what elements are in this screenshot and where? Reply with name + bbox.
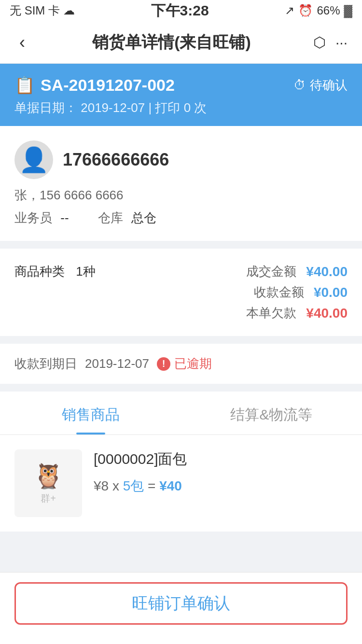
confirm-order-button[interactable]: 旺铺订单确认 [14, 582, 348, 625]
received-row: 收款金额 ¥0.00 [254, 284, 348, 301]
nav-actions: ⬡ ··· [313, 34, 348, 51]
tab-products[interactable]: 销售商品 [0, 392, 181, 434]
clock-icon: ⏱ [293, 78, 306, 93]
battery-icon: ▓ [344, 4, 352, 17]
customer-meta: 业务员 -- 仓库 总仓 [14, 210, 348, 226]
debt-row: 本单欠款 ¥40.00 [246, 305, 348, 322]
stats-section: 商品种类 1种 成交金额 ¥40.00 收款金额 ¥0.00 本单欠款 ¥40.… [0, 249, 362, 336]
order-date-row: 单据日期： 2019-12-07 | 打印 0 次 [14, 99, 348, 116]
customer-phone: 17666666666 [63, 150, 169, 170]
stats-right: 成交金额 ¥40.00 收款金额 ¥0.00 本单欠款 ¥40.00 [246, 263, 348, 322]
nav-bar: ‹ 销货单详情(来自旺铺) ⬡ ··· [0, 21, 362, 64]
bottom-bar: 旺铺订单确认 [0, 572, 362, 644]
status-left: 无 SIM 卡 ☁ [10, 3, 75, 18]
avatar: 👤 [14, 140, 53, 179]
share-button[interactable]: ⬡ [313, 34, 326, 51]
product-thumb-icon: 🦉 [33, 462, 63, 490]
stats-left: 商品种类 1种 [14, 263, 96, 280]
alarm-icon: ⏰ [298, 4, 313, 17]
page-title: 销货单详情(来自旺铺) [92, 31, 251, 54]
customer-main: 👤 17666666666 [14, 140, 348, 179]
order-icon: 📋 [14, 75, 35, 95]
customer-section: 👤 17666666666 张，156 6666 6666 业务员 -- 仓库 … [0, 126, 362, 241]
product-price: ¥8 x 5包 = ¥40 [94, 477, 348, 495]
product-section: 🦉 群+ [0000002]面包 ¥8 x 5包 = ¥40 [0, 435, 362, 532]
product-thumbnail: 🦉 群+ [14, 449, 82, 517]
back-button[interactable]: ‹ [14, 28, 30, 57]
order-id: 📋 SA-20191207-002 [14, 75, 175, 95]
sales-info: 业务员 -- [14, 210, 69, 226]
status-time: 下午3:28 [151, 1, 209, 21]
location-icon: ↗ [285, 4, 294, 17]
tabs-row: 销售商品 结算&物流等 [0, 392, 362, 435]
customer-name: 张，156 6666 6666 [14, 187, 348, 204]
order-header: 📋 SA-20191207-002 ⏱ 待确认 单据日期： 2019-12-07… [0, 64, 362, 126]
more-button[interactable]: ··· [335, 34, 348, 51]
tabs-section: 销售商品 结算&物流等 [0, 392, 362, 435]
overdue-dot: ! [157, 357, 170, 371]
product-thumb-text: 群+ [41, 492, 56, 505]
product-info: [0000002]面包 ¥8 x 5包 = ¥40 [94, 449, 348, 495]
product-name: [0000002]面包 [94, 449, 348, 469]
amount-row: 成交金额 ¥40.00 [246, 263, 348, 280]
warehouse-info: 仓库 总仓 [98, 210, 156, 226]
order-status: ⏱ 待确认 [293, 77, 348, 94]
avatar-icon: 👤 [19, 146, 49, 174]
battery-level: 66% [317, 4, 340, 17]
due-section: 收款到期日 2019-12-07 ! 已逾期 [0, 344, 362, 384]
status-right: ↗ ⏰ 66% ▓ [285, 4, 352, 17]
order-id-row: 📋 SA-20191207-002 ⏱ 待确认 [14, 75, 348, 95]
sim-status: 无 SIM 卡 ☁ [10, 3, 75, 18]
overdue-badge: ! 已逾期 [157, 355, 212, 372]
status-bar: 无 SIM 卡 ☁ 下午3:28 ↗ ⏰ 66% ▓ [0, 0, 362, 21]
category-stat: 商品种类 1种 [14, 263, 96, 280]
tab-settlement[interactable]: 结算&物流等 [181, 392, 362, 434]
